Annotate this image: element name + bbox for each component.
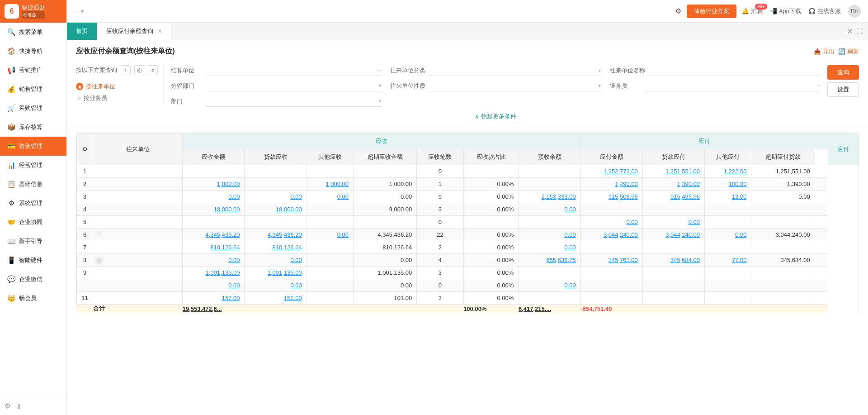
- settlement-unit-dots: ···: [377, 68, 381, 73]
- filter-back-icon[interactable]: «: [148, 65, 158, 75]
- table-footer-row: 合计 19,553,472,6... 100.00% 6,417,215....…: [77, 305, 859, 313]
- dept-manager-field[interactable]: [206, 81, 377, 91]
- tab-home[interactable]: 首页: [67, 23, 97, 40]
- filter-collapse-btn[interactable]: ∧ 收起更多条件: [171, 110, 820, 123]
- footer-ar-prepay[interactable]: 6,417,215....: [519, 305, 580, 313]
- promo-button[interactable]: 体验行业方案: [687, 5, 736, 18]
- col-ar-ratio: 应收款占比: [463, 149, 519, 165]
- collapse-up-icon: ∧: [475, 113, 479, 120]
- partner-name-field[interactable]: [649, 65, 820, 76]
- table-container: ⚙ 往来单位 应收 应付 应付 应收金额 贷款应收 其他应收 超期应收金额: [67, 128, 868, 318]
- sidebar-item-inventory[interactable]: 📦 库存核算: [0, 118, 66, 137]
- sidebar-item-system[interactable]: ⚙ 系统管理: [0, 194, 66, 213]
- salesman-field[interactable]: [645, 81, 815, 91]
- sidebar-item-hardware[interactable]: 📱 智能硬件: [0, 251, 66, 270]
- refresh-label: 刷新: [847, 48, 859, 56]
- page-title: 应收应付余额查询(按往来单位): [76, 47, 175, 56]
- col-group-ar: 应收: [183, 134, 580, 149]
- partner-category-label: 往来单位分类: [390, 67, 425, 75]
- export-button[interactable]: 📤 导出: [814, 48, 835, 56]
- gear-button[interactable]: ⚙: [675, 7, 681, 15]
- message-button[interactable]: 🔔 消息 99+: [742, 7, 763, 15]
- partner-nature-field[interactable]: [429, 81, 596, 91]
- online-service-label: 在线客服: [817, 7, 841, 15]
- tab-ar-balance[interactable]: 应收应付余额查询 ✕: [97, 23, 171, 40]
- tab-close-icon[interactable]: ✕: [158, 29, 162, 34]
- col-ar-prepay: 预收余额: [519, 149, 580, 165]
- table-row: 500.000.00: [77, 216, 859, 229]
- sidebar-item-sales[interactable]: 💰 销售管理: [0, 80, 66, 99]
- window-close-icon[interactable]: ✕: [847, 27, 853, 36]
- sidebar-item-base[interactable]: 📋 基础信息: [0, 175, 66, 194]
- sidebar-item-label: 畅会员: [19, 294, 37, 302]
- footer-ar-amount[interactable]: 19,553,472,6...: [183, 305, 245, 313]
- sidebar-item-label: 营销推广: [19, 66, 42, 74]
- export-icon: 📤: [814, 48, 821, 55]
- logo-icon: 6: [5, 4, 19, 19]
- settlement-unit-label: 结算单位: [171, 67, 203, 75]
- sidebar-item-member[interactable]: 👑 畅会员: [0, 289, 66, 308]
- main-area: ··· ▾ ⚙ 体验行业方案 🔔 消息 99+ 📲 App下载 🎧 在线客服 R…: [67, 0, 868, 415]
- settlement-unit-field[interactable]: [206, 65, 376, 76]
- dept-input[interactable]: ▾: [206, 96, 381, 107]
- salesman-label: 业务员: [610, 82, 642, 90]
- dept-manager-input[interactable]: ▾: [206, 81, 381, 91]
- guide-icon: 📖: [7, 237, 15, 245]
- online-service-button[interactable]: 🎧 在线客服: [808, 7, 841, 15]
- service-icon: 🎧: [808, 8, 816, 14]
- sidebar-item-corp[interactable]: 🤝 企业协同: [0, 213, 66, 232]
- filter-scheme-by-salesman[interactable]: ○ 按业务员: [76, 92, 158, 104]
- tab-ar-label: 应收应付余额查询: [106, 28, 153, 34]
- scheme-by-partner-label: 按往来单位: [86, 82, 115, 91]
- footer-ar-ratio: 100.00%: [463, 305, 519, 313]
- partner-nature-input[interactable]: ▾: [429, 81, 600, 91]
- dept-field[interactable]: [206, 96, 377, 106]
- filter-add-icon[interactable]: +: [121, 65, 131, 75]
- collapse-icon[interactable]: ⏸: [15, 402, 23, 410]
- filter-label: 按以下方案查询: [76, 66, 117, 74]
- table-row: 0.000.000.0000.00%0.00: [77, 279, 859, 292]
- table-row: 30.000.000.000.0090.00%2,153,333.00915,5…: [77, 191, 859, 203]
- sidebar-item-label: 企业微信: [19, 275, 42, 283]
- partner-category-field[interactable]: [429, 65, 596, 76]
- table-row: 21,000.001,000.001,000.0010.00%1,490.001…: [77, 178, 859, 191]
- col-ar-other: 其他应收: [307, 149, 353, 165]
- filter-target-icon[interactable]: ◎: [134, 65, 144, 75]
- partner-nature-label: 往来单位性质: [390, 82, 425, 90]
- download-icon: 📲: [770, 8, 777, 14]
- filter-scheme-by-partner[interactable]: ◉ 按往来单位: [76, 81, 158, 92]
- col-ar-overdue: 超期应收金额: [354, 149, 417, 165]
- sidebar-item-label: 快捷导航: [19, 47, 42, 55]
- query-button[interactable]: 查询: [827, 65, 859, 80]
- setting-button[interactable]: 设置: [827, 82, 859, 97]
- base-icon: 📋: [7, 180, 15, 188]
- user-avatar[interactable]: Rit: [848, 5, 861, 18]
- sidebar-item-wechat[interactable]: 💬 企业微信: [0, 270, 66, 289]
- sidebar-item-search[interactable]: 🔍 搜索菜单: [0, 23, 66, 42]
- settings-icon[interactable]: ⚙: [5, 402, 11, 410]
- home-icon: 🏠: [7, 47, 15, 55]
- page-header: 应收应付余额查询(按往来单位) 📤 导出 🔄 刷新: [67, 40, 868, 61]
- dept-arrow: ▾: [379, 99, 381, 104]
- partner-category-input[interactable]: ▾: [429, 65, 600, 76]
- collapse-label: 收起更多条件: [481, 112, 516, 120]
- app-download-button[interactable]: 📲 App下载: [770, 7, 801, 15]
- sidebar-item-nav[interactable]: 🏠 快捷导航: [0, 42, 66, 61]
- sidebar-item-label: 搜索菜单: [19, 28, 42, 36]
- sidebar-item-guide[interactable]: 📖 新手引导: [0, 232, 66, 251]
- sidebar-item-business[interactable]: 📊 经营管理: [0, 156, 66, 175]
- sidebar-item-finance[interactable]: 💳 资金管理: [0, 137, 66, 156]
- col-partner: 往来单位: [93, 134, 183, 165]
- scheme-by-salesman-label: 按业务员: [84, 94, 107, 102]
- sidebar-item-marketing[interactable]: 📢 营销推广: [0, 61, 66, 80]
- table-settings-icon[interactable]: ⚙: [82, 146, 88, 153]
- window-expand-icon[interactable]: ⛶: [856, 28, 863, 35]
- partner-name-input[interactable]: [649, 65, 820, 76]
- refresh-button[interactable]: 🔄 刷新: [838, 48, 859, 56]
- wechat-icon: 💬: [7, 275, 15, 283]
- col-settings[interactable]: ⚙: [77, 134, 93, 165]
- sidebar: 6 畅捷通财 标准版 🔍 搜索菜单 🏠 快捷导航 📢 营销推广 💰 销售管理 🛒…: [0, 0, 67, 415]
- sidebar-item-purchase[interactable]: 🛒 采购管理: [0, 99, 66, 118]
- settlement-unit-input[interactable]: ···: [206, 65, 381, 76]
- salesman-input[interactable]: ···: [645, 81, 820, 91]
